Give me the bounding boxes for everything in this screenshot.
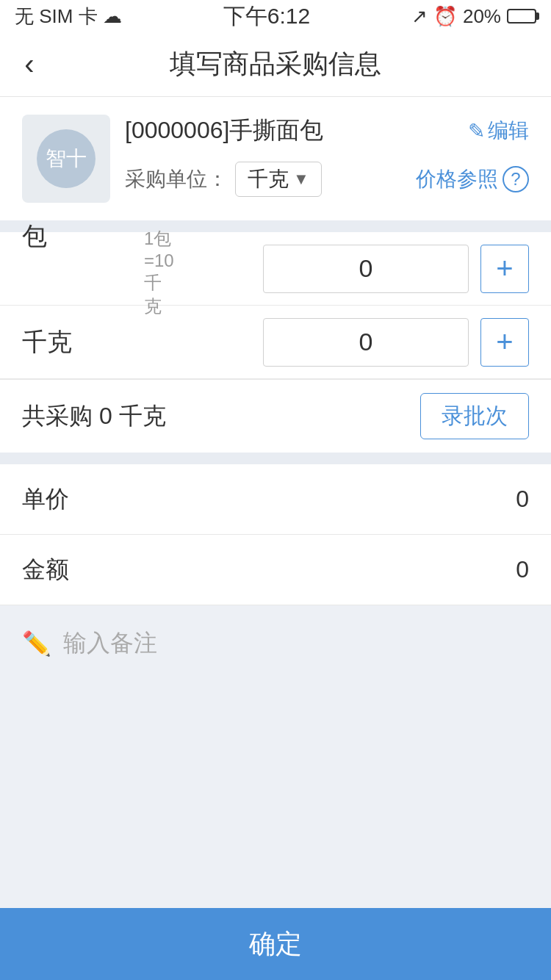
price-ref-label: 价格参照 [416,165,498,193]
empty-space [0,682,551,908]
location-icon: ↗ [411,5,428,28]
bao-input-row: 包 1包=10千克 0 + [0,232,551,306]
unit-selector-group: 采购单位： 千克 ▼ [125,162,322,197]
qiankg-value: 0 [359,328,373,356]
battery-percent: 20% [463,5,501,28]
qiankg-label: 千克 [22,325,140,359]
bao-label: 包 [22,220,140,253]
status-left: 无 SIM 卡 ☁ [15,4,122,29]
question-icon: ? [503,166,529,192]
remark-placeholder: 输入备注 [63,627,157,660]
page-title: 填写商品采购信息 [170,46,381,82]
purchase-unit-label: 采购单位： [125,165,228,193]
remark-section[interactable]: ✏️ 输入备注 [0,605,551,682]
bao-plus-icon: + [496,252,513,285]
section-divider-2 [0,453,551,464]
purchase-unit-row: 采购单位： 千克 ▼ 价格参照 ? [125,162,529,197]
amount-value: 0 [516,556,529,583]
edit-icon: ✎ [468,119,485,143]
status-right: ↗ ⏰ 20% [411,5,536,28]
summary-text: 共采购 0 千克 [22,400,166,433]
back-button[interactable]: ‹ [0,32,59,97]
unit-select[interactable]: 千克 ▼ [235,162,322,197]
batch-label: 录批次 [442,403,508,428]
unit-price-value: 0 [516,486,529,513]
qiankg-number-input[interactable]: 0 [263,318,469,367]
status-time: 下午6:12 [223,1,310,32]
product-image: 智十 [22,115,110,203]
qiankg-input-right: 0 + [140,318,529,367]
bao-value: 0 [359,254,373,283]
batch-button[interactable]: 录批次 [420,393,529,439]
edit-button[interactable]: ✎ 编辑 [468,117,529,145]
product-logo: 智十 [37,129,96,188]
bao-input-right: 0 + [144,245,529,293]
bao-number-input[interactable]: 0 [263,245,469,293]
content-wrap: 智十 [0000006]手撕面包 ✎ 编辑 采购单位： 千克 ▼ [0,97,551,980]
sim-label: 无 SIM 卡 ☁ [15,4,122,29]
pencil-icon: ✏️ [22,630,51,657]
bao-label-group: 包 1包=10千克 [22,220,144,318]
unit-price-row: 单价 0 [0,464,551,535]
alarm-icon: ⏰ [433,5,457,28]
qiankg-plus-icon: + [496,325,513,359]
product-info: [0000006]手撕面包 ✎ 编辑 采购单位： 千克 ▼ 价格参照 ? [125,115,529,197]
confirm-label: 确定 [249,926,302,962]
amount-row: 金额 0 [0,535,551,605]
product-card: 智十 [0000006]手撕面包 ✎ 编辑 采购单位： 千克 ▼ [0,97,551,220]
confirm-button[interactable]: 确定 [0,908,551,980]
dropdown-icon: ▼ [293,170,309,189]
price-section: 单价 0 金额 0 [0,464,551,605]
status-bar: 无 SIM 卡 ☁ 下午6:12 ↗ ⏰ 20% [0,0,551,32]
summary-row: 共采购 0 千克 录批次 [0,379,551,453]
product-name: [0000006]手撕面包 [125,115,323,147]
price-ref-button[interactable]: 价格参照 ? [416,165,529,193]
qiankg-plus-button[interactable]: + [480,318,529,367]
bao-plus-button[interactable]: + [480,245,529,293]
unit-value: 千克 [248,165,289,193]
amount-label: 金额 [22,554,69,586]
battery-icon [507,9,536,24]
logo-text: 智十 [46,145,87,173]
unit-price-label: 单价 [22,483,69,516]
input-section: 包 1包=10千克 0 + 千克 0 + [0,232,551,453]
product-name-row: [0000006]手撕面包 ✎ 编辑 [125,115,529,147]
nav-bar: ‹ 填写商品采购信息 [0,32,551,97]
